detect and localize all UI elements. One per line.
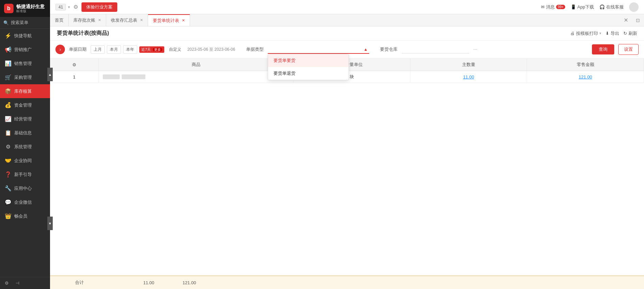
purchase-icon: 🛒: [5, 74, 11, 81]
page-title: 要货单统计表(按商品): [57, 30, 109, 37]
row-qty-1[interactable]: 11.00: [410, 71, 527, 83]
header-left: 41 ▾ ⚙ 体验行业方案: [55, 2, 534, 12]
date-more-badge[interactable]: 近7天 更多: [139, 46, 164, 53]
type-dropdown-arrow[interactable]: ▲: [364, 47, 368, 52]
sidebar-scroll-up[interactable]: ▲: [47, 68, 53, 81]
top-nav-right: ✕ ⊡: [620, 14, 644, 26]
close-all-tabs[interactable]: ✕: [620, 14, 632, 26]
system-icon: ⚙: [5, 143, 11, 150]
finance-icon: 💰: [5, 102, 11, 108]
tab-inventory-batch[interactable]: 库存批次账 ✕: [69, 14, 106, 26]
app-download-item[interactable]: 📱 App下载: [571, 4, 594, 10]
dropdown-item-order-return[interactable]: 要货单退货: [268, 67, 349, 80]
message-icon: ✉: [541, 4, 545, 9]
type-select-container: ▲ 要货单要货 要货单退货: [268, 45, 369, 54]
sidebar-item-sales[interactable]: 📊 销售管理: [0, 57, 50, 70]
messages-item[interactable]: ✉ 消息 99+: [541, 4, 565, 10]
footer-label: 合计: [71, 280, 88, 286]
quick-nav-icon: ⚡: [5, 32, 11, 39]
table-footer: 合计 11.00 121.00: [50, 275, 644, 289]
sidebar-item-finance[interactable]: 💰 资金管理: [0, 98, 50, 112]
sidebar-item-quick-nav[interactable]: ⚡ 快捷导航: [0, 29, 50, 43]
operations-icon: 📈: [5, 116, 11, 122]
row-amount-1[interactable]: 121.00: [527, 71, 644, 83]
date-btn-this-month[interactable]: 本月: [107, 45, 121, 54]
industry-btn[interactable]: 体验行业方案: [81, 2, 117, 12]
date-range-display: 2023-05-06 至 2023-06-06: [187, 47, 235, 52]
tutorial-icon: ❓: [5, 171, 11, 178]
sidebar-nav: ⚡ 快捷导航 📢 营销推广 📊 销售管理 🛒 采购管理 📦 库存核算 💰 资金管…: [0, 29, 50, 277]
col-qty-header: 主数量: [410, 59, 527, 71]
col-amount-header: 零售金额: [527, 59, 644, 71]
sidebar-item-marketing[interactable]: 📢 营销推广: [0, 43, 50, 57]
expand-tabs[interactable]: ⊡: [632, 14, 644, 26]
sidebar-item-purchase[interactable]: 🛒 采购管理: [0, 70, 50, 84]
export-icon: ⬇: [605, 31, 609, 36]
sidebar-item-app-center[interactable]: 🔧 应用中心: [0, 181, 50, 195]
warehouse-input[interactable]: [402, 45, 469, 53]
filter-row: › 单据日期 上月 本月 本年 近7天 更多 自定义 2023-05-06 至 …: [50, 41, 644, 59]
table-container: ⚙ 商品 主计量单位 主数量 零售金额: [50, 59, 644, 275]
type-label: 单据类型: [246, 46, 264, 52]
col-settings-header[interactable]: ⚙: [50, 59, 99, 71]
query-button[interactable]: 查询: [592, 44, 614, 54]
refresh-action[interactable]: ↻ 刷新: [623, 30, 637, 37]
breadcrumb-count: 41: [55, 4, 66, 10]
warehouse-more-icon[interactable]: ⋯: [473, 47, 477, 52]
sidebar: b 畅捷通好生意 标准版 🔍 搜索菜单 ⚡ 快捷导航 📢 营销推广 📊 销售管理…: [0, 0, 50, 289]
date-shortcuts: 上月 本月 本年 近7天 更多 自定义 2023-05-06 至 2023-06…: [91, 45, 235, 54]
print-chevron-icon[interactable]: ▾: [599, 31, 601, 36]
sidebar-item-enterprise[interactable]: 🤝 企业协同: [0, 154, 50, 168]
col-product-header: 商品: [99, 59, 293, 71]
date-custom-btn[interactable]: 自定义: [166, 46, 184, 53]
page-header: 要货单统计表(按商品) 🖨 按模板打印 ▾ ⬇ 导出 ↻ 刷新: [50, 26, 644, 41]
sales-icon: 📊: [5, 60, 11, 67]
settings-button[interactable]: ⚙: [5, 281, 9, 286]
tab-receive-summary[interactable]: 收发存汇总表 ✕: [106, 14, 148, 26]
sidebar-item-operations[interactable]: 📈 经营管理: [0, 112, 50, 126]
refresh-icon: ↻: [623, 31, 627, 36]
settings-button-filter[interactable]: 设置: [618, 44, 639, 55]
tab-order-summary[interactable]: 要货单统计表 ✕: [148, 14, 190, 26]
tab-home[interactable]: 首页: [50, 14, 69, 26]
date-label: 单据日期: [69, 46, 87, 52]
collapse-button[interactable]: ⊣: [16, 281, 19, 286]
app-center-icon: 🔧: [5, 185, 11, 192]
date-btn-this-year[interactable]: 本年: [123, 45, 137, 54]
chevron-down-icon[interactable]: ▾: [68, 5, 70, 9]
filter-expand-btn[interactable]: ›: [55, 45, 65, 54]
page-actions: 🖨 按模板打印 ▾ ⬇ 导出 ↻ 刷新: [570, 30, 637, 37]
user-avatar[interactable]: [629, 2, 639, 12]
sidebar-item-wechat[interactable]: 💬 企业微信: [0, 195, 50, 209]
sidebar-item-system[interactable]: ⚙ 系统管理: [0, 140, 50, 154]
type-input[interactable]: [268, 45, 369, 54]
type-dropdown: 要货单要货 要货单退货: [268, 54, 349, 80]
message-badge: 99+: [556, 5, 565, 9]
header-settings-icon[interactable]: ⚙: [73, 4, 78, 10]
warehouse-label: 要货仓库: [380, 46, 398, 52]
online-service-item[interactable]: 🎧 在线客服: [599, 4, 624, 10]
tab-inventory-batch-close[interactable]: ✕: [98, 18, 101, 22]
page-inner: 要货单统计表(按商品) 🖨 按模板打印 ▾ ⬇ 导出 ↻ 刷新 ›: [50, 26, 644, 289]
sidebar-item-basic-info[interactable]: 📋 基础信息: [0, 126, 50, 140]
tab-receive-summary-close[interactable]: ✕: [140, 18, 143, 22]
app-logo: b 畅捷通好生意 标准版: [0, 0, 50, 17]
date-badge-extra: 更多: [153, 48, 162, 51]
sidebar-item-tutorial[interactable]: ❓ 新手引导: [0, 168, 50, 181]
dropdown-item-order-goods[interactable]: 要货单要货: [268, 54, 349, 67]
search-menu[interactable]: 🔍 搜索菜单: [0, 17, 50, 29]
row-no-1: 1: [50, 71, 99, 83]
date-btn-prev-month[interactable]: 上月: [91, 45, 105, 54]
print-action[interactable]: 🖨 按模板打印 ▾: [570, 30, 601, 37]
sidebar-scroll-down[interactable]: ▼: [47, 217, 53, 230]
tab-order-summary-close[interactable]: ✕: [182, 18, 185, 23]
sidebar-item-inventory[interactable]: 📦 库存核算: [0, 84, 50, 98]
phone-icon: 📱: [571, 4, 576, 9]
sidebar-item-member[interactable]: 👑 畅会员: [0, 209, 50, 223]
export-action[interactable]: ⬇ 导出: [605, 30, 619, 37]
product-bar-2: [122, 74, 145, 79]
marketing-icon: 📢: [5, 46, 11, 53]
member-icon: 👑: [5, 213, 11, 219]
basic-info-icon: 📋: [5, 130, 11, 136]
logo-text: 畅捷通好生意 标准版: [16, 4, 45, 14]
